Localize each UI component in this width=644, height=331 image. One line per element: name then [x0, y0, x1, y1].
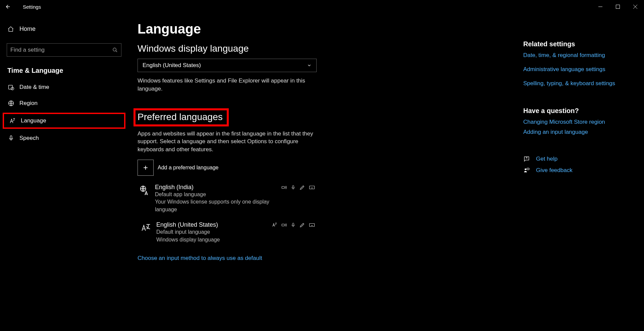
language-name: English (United States) — [156, 221, 220, 228]
maximize-icon — [616, 5, 620, 9]
svg-point-4 — [113, 48, 116, 51]
feedback-person-icon — [523, 167, 533, 174]
arrow-left-icon — [5, 4, 11, 10]
close-button[interactable] — [627, 0, 644, 13]
language-subtitle: Default input language — [156, 228, 220, 236]
language-entry[interactable]: English (India) Default app language You… — [138, 184, 392, 213]
question-link-store-region[interactable]: Changing Microsoft Store region — [523, 119, 624, 125]
language-name: English (India) — [155, 184, 281, 191]
language-character-icon — [138, 221, 154, 243]
svg-rect-14 — [282, 224, 284, 226]
display-language-desc: Windows features like Settings and File … — [138, 77, 325, 93]
microphone-icon — [7, 135, 15, 142]
sidebar-item-label: Date & time — [19, 84, 49, 91]
display-language-dropdown[interactable]: English (United States) — [138, 59, 317, 72]
home-nav[interactable]: Home — [0, 21, 128, 37]
language-character-icon — [9, 117, 16, 124]
keyboard-icon — [309, 222, 315, 228]
get-help-link[interactable]: Get help — [523, 156, 624, 162]
sidebar-item-label: Region — [19, 100, 38, 107]
question-link-add-input-language[interactable]: Adding an input language — [523, 129, 624, 135]
svg-rect-12 — [292, 185, 294, 188]
svg-point-17 — [525, 168, 526, 170]
chevron-down-icon — [307, 63, 312, 68]
search-input[interactable] — [10, 47, 112, 53]
related-link-date-time-regional[interactable]: Date, time, & regional formatting — [523, 52, 624, 59]
give-feedback-label: Give feedback — [536, 167, 573, 174]
sidebar-item-label: Speech — [19, 135, 39, 142]
language-entry[interactable]: English (United States) Default input la… — [138, 221, 392, 243]
language-subtitle-2: Windows display language — [156, 236, 220, 243]
home-label: Home — [19, 25, 36, 33]
svg-line-5 — [116, 51, 117, 52]
svg-rect-9 — [10, 136, 12, 139]
window-controls — [592, 0, 644, 13]
language-subtitle-2: Your Windows license supports only one d… — [155, 198, 281, 213]
preferred-languages-heading: Preferred languages — [133, 108, 229, 126]
chat-help-icon — [523, 156, 533, 162]
plus-icon: + — [138, 160, 154, 176]
sidebar-item-date-time[interactable]: Date & time — [0, 79, 128, 95]
back-button[interactable] — [0, 4, 16, 10]
right-rail: Related settings Date, time, & regional … — [523, 40, 624, 178]
related-link-administrative[interactable]: Administrative language settings — [523, 66, 624, 73]
calendar-clock-icon — [7, 84, 15, 91]
display-language-icon — [272, 222, 278, 228]
related-link-spelling-typing[interactable]: Spelling, typing, & keyboard settings — [523, 80, 624, 87]
globe-icon — [7, 100, 15, 107]
language-text-block: English (United States) Default input la… — [156, 221, 220, 243]
svg-rect-1 — [616, 5, 620, 9]
get-help-label: Get help — [536, 156, 557, 162]
title-bar: Settings — [0, 0, 644, 13]
search-box[interactable] — [7, 43, 121, 57]
maximize-button[interactable] — [609, 0, 627, 13]
sidebar-item-label: Language — [21, 117, 46, 124]
language-globe-character-icon — [138, 184, 152, 213]
home-icon — [7, 26, 15, 33]
svg-rect-13 — [310, 186, 315, 189]
keyboard-icon — [309, 184, 315, 190]
search-icon — [112, 47, 118, 53]
minimize-icon — [598, 5, 602, 9]
speech-recognition-icon — [290, 184, 296, 190]
preferred-languages-desc: Apps and websites will appear in the fir… — [138, 130, 325, 154]
category-heading: Time & Language — [0, 57, 128, 79]
language-subtitle: Default app language — [155, 191, 281, 198]
svg-rect-15 — [292, 223, 294, 225]
speech-recognition-icon — [290, 222, 296, 228]
add-language-label: Add a preferred language — [158, 165, 218, 171]
minimize-button[interactable] — [592, 0, 609, 13]
svg-rect-18 — [527, 168, 529, 170]
handwriting-icon — [299, 222, 305, 228]
page-title: Language — [138, 21, 635, 37]
text-to-speech-icon — [281, 184, 287, 190]
give-feedback-link[interactable]: Give feedback — [523, 167, 624, 174]
sidebar-item-region[interactable]: Region — [0, 95, 128, 111]
related-settings-heading: Related settings — [523, 40, 624, 48]
sidebar-item-speech[interactable]: Speech — [0, 130, 128, 146]
svg-rect-16 — [310, 224, 315, 227]
window-title: Settings — [23, 4, 41, 10]
choose-input-method-link[interactable]: Choose an input method to always use as … — [138, 255, 262, 262]
sidebar: Home Time & Language Date & time Region … — [0, 13, 128, 331]
language-feature-icons — [272, 221, 392, 243]
handwriting-icon — [299, 184, 305, 190]
dropdown-selected: English (United States) — [143, 62, 201, 69]
language-feature-icons — [281, 184, 392, 213]
text-to-speech-icon — [281, 222, 287, 228]
have-question-heading: Have a question? — [523, 107, 624, 115]
close-icon — [633, 5, 637, 9]
sidebar-item-language[interactable]: Language — [3, 113, 125, 129]
language-text-block: English (India) Default app language You… — [155, 184, 281, 213]
svg-rect-11 — [282, 186, 284, 188]
